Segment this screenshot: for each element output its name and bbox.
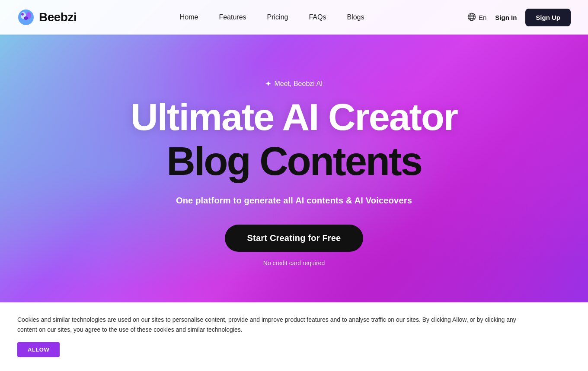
- cta-button[interactable]: Start Creating for Free: [225, 225, 364, 252]
- language-selector[interactable]: En: [467, 13, 486, 22]
- cookie-banner: Cookies and similar technologies are use…: [0, 302, 588, 371]
- nav-links: Home Features Pricing FAQs Blogs: [180, 13, 364, 21]
- nav-faqs[interactable]: FAQs: [309, 13, 326, 21]
- cookie-message: Cookies and similar technologies are use…: [17, 315, 536, 334]
- navbar: Beebzi Home Features Pricing FAQs Blogs …: [0, 0, 588, 35]
- nav-blogs[interactable]: Blogs: [347, 13, 364, 21]
- svg-point-4: [28, 13, 31, 16]
- hero-subtitle: One platform to generate all AI contents…: [176, 196, 412, 206]
- nav-home[interactable]: Home: [180, 13, 198, 21]
- language-label: En: [479, 14, 486, 21]
- sparkle-icon: ✦: [265, 79, 272, 89]
- signin-button[interactable]: Sign In: [495, 14, 517, 21]
- meet-badge: ✦ Meet, Beebzi AI: [265, 79, 323, 89]
- nav-right: En Sign In Sign Up: [467, 9, 571, 26]
- hero-section: ✦ Meet, Beebzi AI Ultimate AI Creator Bl…: [0, 0, 588, 337]
- hero-title-line1: Ultimate AI Creator: [131, 97, 457, 137]
- logo-text: Beebzi: [39, 10, 77, 24]
- allow-button[interactable]: ALLOW: [17, 342, 60, 357]
- logo-link[interactable]: Beebzi: [17, 9, 77, 26]
- logo-icon: [17, 9, 35, 26]
- svg-point-3: [21, 13, 24, 16]
- hero-title-line2: Blog Contents: [166, 140, 422, 182]
- no-credit-card-text: No credit card required: [263, 260, 325, 266]
- svg-point-5: [24, 16, 28, 20]
- globe-icon: [467, 13, 476, 22]
- nav-features[interactable]: Features: [219, 13, 246, 21]
- nav-pricing[interactable]: Pricing: [267, 13, 288, 21]
- signup-button[interactable]: Sign Up: [525, 9, 571, 26]
- badge-text: Meet, Beebzi AI: [274, 80, 323, 88]
